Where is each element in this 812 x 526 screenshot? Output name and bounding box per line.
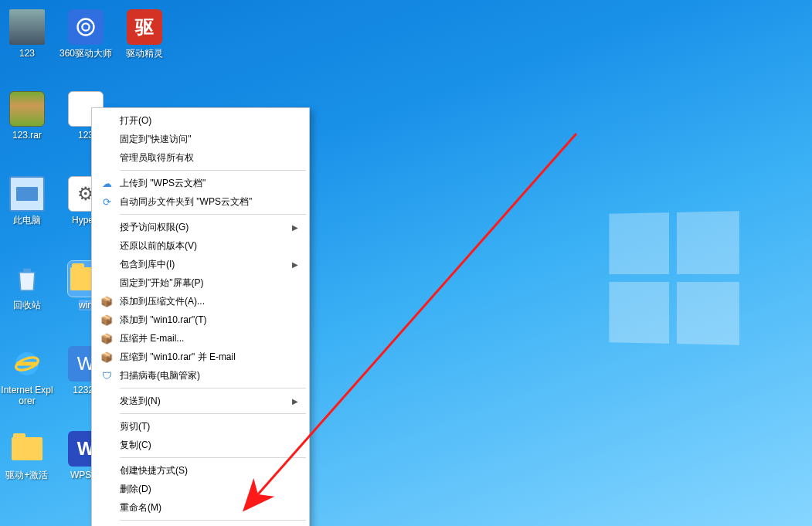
menu-cut[interactable]: 剪切(T) bbox=[93, 417, 307, 436]
cloud-upload-icon: ☁ bbox=[100, 176, 114, 190]
menu-label: 复制(C) bbox=[120, 439, 151, 452]
menu-separator bbox=[120, 413, 306, 414]
winrar-icon: 📦 bbox=[100, 350, 114, 364]
desktop-icon-drv-activate[interactable]: 驱动+激活 bbox=[0, 431, 56, 480]
menu-grant-access[interactable]: 授予访问权限(G) ▶ bbox=[93, 218, 307, 236]
recycle-bin-icon bbox=[9, 261, 45, 297]
icon-label: Internet Explorer bbox=[0, 385, 56, 406]
desktop-icon-drvgenius[interactable]: 驱 驱动精灵 bbox=[116, 9, 173, 59]
windows-logo bbox=[609, 211, 739, 344]
desktop-icon-360[interactable]: 360驱动大师 bbox=[57, 9, 114, 59]
menu-restore-previous[interactable]: 还原以前的版本(V) bbox=[93, 236, 307, 255]
desktop-icon-this-pc[interactable]: 此电脑 bbox=[0, 176, 56, 226]
svg-point-1 bbox=[82, 23, 89, 30]
folder-icon bbox=[9, 9, 45, 45]
menu-rename[interactable]: 重命名(M) bbox=[93, 498, 307, 517]
menu-separator bbox=[120, 170, 306, 171]
menu-open[interactable]: 打开(O) bbox=[93, 111, 307, 130]
menu-label: 压缩并 E-mail... bbox=[120, 332, 184, 345]
menu-label: 包含到库中(I) bbox=[120, 258, 175, 271]
menu-label: 打开(O) bbox=[120, 114, 151, 127]
menu-separator bbox=[120, 388, 306, 389]
menu-copy[interactable]: 复制(C) bbox=[93, 436, 307, 454]
menu-pin-start[interactable]: 固定到"开始"屏幕(P) bbox=[93, 273, 307, 292]
icon-label: 驱动+激活 bbox=[5, 470, 48, 480]
rar-icon bbox=[9, 91, 45, 127]
desktop-icon-ie[interactable]: Internet Explorer bbox=[0, 346, 56, 406]
menu-add-to-archive[interactable]: 📦 添加到压缩文件(A)... bbox=[93, 292, 307, 311]
desktop-icon-folder-123[interactable]: 123 bbox=[0, 9, 56, 59]
menu-sync-wps[interactable]: ⟳ 自动同步文件夹到 "WPS云文档" bbox=[93, 192, 307, 211]
menu-label: 上传到 "WPS云文档" bbox=[120, 177, 206, 190]
menu-label: 发送到(N) bbox=[120, 395, 161, 408]
context-menu: 打开(O) 固定到"快速访问" 管理员取得所有权 ☁ 上传到 "WPS云文档" … bbox=[91, 107, 310, 526]
menu-include-in-library[interactable]: 包含到库中(I) ▶ bbox=[93, 255, 307, 273]
menu-label: 剪切(T) bbox=[120, 420, 150, 433]
menu-label: 创建快捷方式(S) bbox=[120, 464, 188, 477]
menu-label: 添加到 "win10.rar"(T) bbox=[120, 314, 207, 327]
winrar-icon: 📦 bbox=[100, 294, 114, 308]
menu-label: 管理员取得所有权 bbox=[120, 151, 194, 165]
icon-label: 回收站 bbox=[13, 300, 41, 311]
menu-add-to-win10-rar[interactable]: 📦 添加到 "win10.rar"(T) bbox=[93, 311, 307, 329]
menu-label: 扫描病毒(电脑管家) bbox=[120, 369, 200, 382]
menu-separator bbox=[120, 457, 306, 458]
winrar-icon: 📦 bbox=[100, 313, 114, 327]
menu-label: 添加到压缩文件(A)... bbox=[120, 295, 205, 308]
menu-label: 固定到"开始"屏幕(P) bbox=[120, 277, 204, 290]
menu-delete[interactable]: 删除(D) bbox=[93, 480, 307, 498]
menu-label: 固定到"快速访问" bbox=[120, 133, 192, 146]
folder-icon bbox=[9, 431, 45, 467]
menu-separator bbox=[120, 520, 306, 521]
winrar-icon: 📦 bbox=[100, 331, 114, 345]
menu-label: 授予访问权限(G) bbox=[120, 221, 189, 234]
menu-compress-email[interactable]: 📦 压缩并 E-mail... bbox=[93, 329, 307, 348]
menu-create-shortcut[interactable]: 创建快捷方式(S) bbox=[93, 461, 307, 480]
submenu-arrow-icon: ▶ bbox=[292, 260, 298, 269]
app-icon: 驱 bbox=[127, 9, 162, 45]
shield-icon: 🛡 bbox=[100, 368, 114, 382]
menu-send-to[interactable]: 发送到(N) ▶ bbox=[93, 392, 307, 410]
menu-label: 重命名(M) bbox=[120, 501, 161, 514]
menu-label: 自动同步文件夹到 "WPS云文档" bbox=[120, 195, 252, 209]
menu-upload-wps[interactable]: ☁ 上传到 "WPS云文档" bbox=[93, 174, 307, 192]
submenu-arrow-icon: ▶ bbox=[292, 397, 298, 406]
app-icon bbox=[68, 9, 104, 45]
this-pc-icon bbox=[9, 176, 45, 212]
icon-label: 此电脑 bbox=[13, 215, 41, 226]
menu-label: 压缩到 "win10.rar" 并 E-mail bbox=[120, 351, 236, 364]
menu-compress-win10-email[interactable]: 📦 压缩到 "win10.rar" 并 E-mail bbox=[93, 348, 307, 366]
icon-label: 123.rar bbox=[12, 130, 42, 141]
sync-icon: ⟳ bbox=[100, 195, 114, 209]
menu-pin-quick-access[interactable]: 固定到"快速访问" bbox=[93, 130, 307, 148]
menu-label: 还原以前的版本(V) bbox=[120, 239, 197, 253]
svg-point-0 bbox=[78, 19, 94, 36]
icon-label: 360驱动大师 bbox=[59, 48, 112, 59]
ie-icon bbox=[9, 346, 45, 382]
desktop-icon-123rar[interactable]: 123.rar bbox=[0, 91, 56, 141]
desktop-icon-recycle-bin[interactable]: 回收站 bbox=[0, 261, 56, 311]
icon-label: 驱动精灵 bbox=[126, 48, 163, 59]
submenu-arrow-icon: ▶ bbox=[292, 223, 298, 232]
menu-label: 删除(D) bbox=[120, 483, 151, 496]
icon-label: 123 bbox=[19, 48, 35, 59]
menu-scan-virus[interactable]: 🛡 扫描病毒(电脑管家) bbox=[93, 366, 307, 385]
menu-separator bbox=[120, 214, 306, 215]
menu-admin-take-ownership[interactable]: 管理员取得所有权 bbox=[93, 148, 307, 167]
